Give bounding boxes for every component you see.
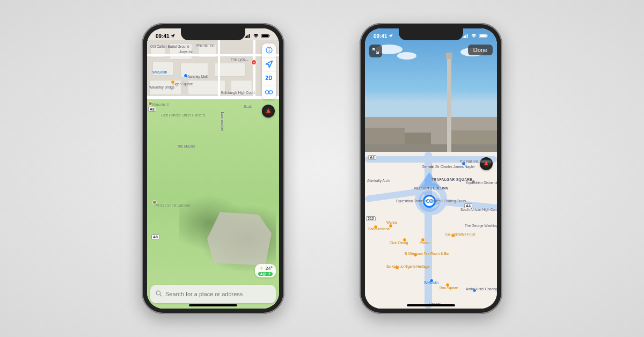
route-shield: A8: [148, 107, 156, 112]
svg-rect-14: [463, 36, 464, 38]
map-label: Thai Square…: [439, 286, 462, 290]
status-time: 09:41: [156, 33, 170, 39]
home-indicator[interactable]: [189, 304, 237, 306]
cellular-signal-icon: [245, 34, 251, 38]
svg-rect-2: [247, 35, 248, 38]
map-label: Old Calton Burial Ground: [150, 45, 189, 48]
map-label: Civic Dining: [390, 241, 408, 245]
poi-pin[interactable]: [152, 200, 157, 204]
map-label: Lawnmarket: [220, 112, 224, 131]
map-label: Prazzo: [420, 241, 430, 245]
lookaround-button[interactable]: [262, 85, 276, 99]
map-label: Scott: [244, 105, 252, 108]
map-label: WHSmith: [152, 70, 167, 74]
svg-rect-17: [467, 34, 468, 38]
info-button[interactable]: [262, 43, 276, 57]
map-controls-toolbox: 2D: [262, 43, 276, 99]
poi-pin[interactable]: [184, 74, 188, 78]
route-shield: A8: [151, 235, 159, 239]
svg-rect-1: [246, 36, 247, 38]
svg-rect-19: [480, 34, 486, 37]
map-label: Amba Hotel Charing: [466, 287, 497, 291]
map-label: Premier Inn: [196, 43, 215, 47]
svg-rect-3: [249, 34, 250, 38]
map-label: East Princes Street Gardens: [161, 113, 205, 117]
wifi-icon: [471, 33, 477, 39]
notch: [399, 28, 463, 40]
battery-icon: [261, 34, 270, 38]
location-arrow-icon: [389, 33, 393, 39]
wifi-icon: [253, 33, 259, 39]
map-label: Princes Street Gardens: [155, 203, 191, 207]
search-input[interactable]: [165, 291, 270, 297]
screen-left: 09:41: [147, 28, 279, 309]
svg-rect-15: [464, 36, 465, 38]
iphone-left: 09:41: [142, 23, 284, 314]
screen-right: 09:41: [365, 28, 497, 309]
svg-rect-6: [269, 35, 269, 36]
expand-button[interactable]: [369, 45, 382, 57]
map-label: The Mound: [177, 144, 195, 148]
svg-rect-5: [262, 34, 268, 37]
home-indicator[interactable]: [407, 304, 455, 306]
iphone-right: 09:41: [360, 23, 502, 314]
status-time: 09:41: [374, 33, 387, 39]
map-label: Equestrian Statue of Charles I Charing C…: [396, 199, 466, 203]
svg-rect-16: [465, 35, 466, 38]
map-canvas-london[interactable]: A4 A4 212 The National Gallery General S…: [365, 152, 497, 309]
map-label: The George Washington University: [465, 224, 497, 228]
location-arrow-icon: [171, 33, 175, 39]
map-label: Co- operative Food: [445, 232, 475, 236]
notch: [181, 28, 245, 40]
map-label: Jurys Inn: [179, 50, 193, 54]
svg-rect-9: [268, 50, 269, 52]
aqi-badge: AQI: 2: [258, 272, 273, 276]
nelsons-column: [447, 58, 451, 152]
svg-rect-0: [245, 36, 246, 38]
map-label: Tiger Square: [173, 82, 193, 86]
locate-button[interactable]: [262, 57, 276, 71]
map-label: B Afternoon Tea Room & Bar: [405, 252, 449, 255]
poi-pin[interactable]: [171, 80, 175, 84]
poi-pin[interactable]: [148, 101, 152, 106]
temperature-value: 24°: [265, 266, 273, 271]
map-label: NELSON'S COLUMN: [414, 186, 448, 190]
map-label: Admiralty Arch: [367, 179, 390, 182]
svg-rect-20: [487, 35, 487, 36]
map-label: Equestrian Statue of George IV: [466, 181, 497, 185]
route-shield: A4: [368, 155, 376, 160]
map-label: Waverley Mall: [186, 75, 208, 78]
map-label: The Lyce…: [231, 57, 248, 61]
map-label: WHSmith: [424, 281, 438, 284]
search-bar[interactable]: [150, 285, 276, 303]
svg-point-8: [268, 48, 269, 49]
svg-point-12: [156, 291, 160, 295]
map-label: South African High Commission: [460, 208, 497, 211]
done-button[interactable]: Done: [468, 45, 493, 55]
map-label: Waverley Bridge: [149, 85, 174, 89]
traffic-incident-icon[interactable]: −: [251, 60, 257, 65]
skyline: [365, 117, 497, 151]
map-label: Edinburgh High Court: [221, 91, 255, 94]
map-label: Sanguccheria: [368, 227, 390, 231]
view-2d-button[interactable]: 2D: [262, 71, 276, 85]
route-shield: 212: [366, 216, 376, 221]
compass-icon[interactable]: [262, 105, 275, 118]
sun-icon: ☀: [259, 266, 264, 271]
map-label: General Sir Charles James Napier: [422, 165, 475, 169]
battery-icon: [479, 34, 488, 38]
svg-line-13: [160, 295, 162, 296]
map-label: So Kalo do Nigeria Heritage: [386, 265, 430, 268]
search-icon: [156, 290, 162, 298]
map-label: The National Gallery: [459, 159, 491, 163]
map-label: Wynne: [386, 221, 397, 224]
weather-badge[interactable]: ☀ 24° AQI: 2: [255, 264, 276, 277]
cellular-signal-icon: [463, 34, 469, 38]
